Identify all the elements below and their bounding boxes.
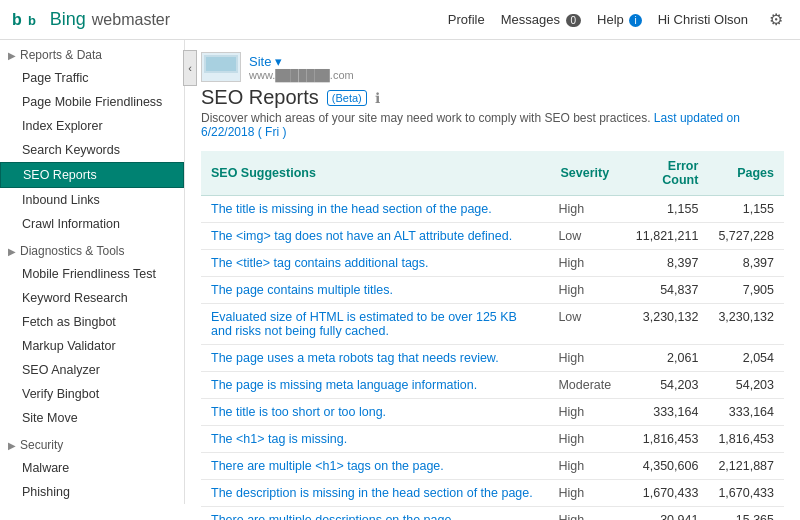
cell-suggestion[interactable]: The title is missing in the head section… bbox=[201, 196, 548, 223]
cell-error-count: 54,203 bbox=[621, 372, 708, 399]
cell-pages: 3,230,132 bbox=[708, 304, 784, 345]
sidebar-group-label: Security bbox=[20, 438, 63, 452]
sidebar-item-verify-bingbot[interactable]: Verify Bingbot bbox=[0, 382, 184, 406]
sidebar: ▶ Reports & Data Page Traffic Page Mobil… bbox=[0, 40, 185, 504]
col-severity: Severity bbox=[548, 151, 621, 196]
table-row: Evaluated size of HTML is estimated to b… bbox=[201, 304, 784, 345]
cell-suggestion[interactable]: The <title> tag contains additional tags… bbox=[201, 250, 548, 277]
cell-severity: High bbox=[548, 480, 621, 507]
sidebar-item-malware[interactable]: Malware bbox=[0, 456, 184, 480]
sidebar-item-page-traffic[interactable]: Page Traffic bbox=[0, 66, 184, 90]
sidebar-item-mobile-friendliness-test[interactable]: Mobile Friendliness Test bbox=[0, 262, 184, 286]
table-row: The title is missing in the head section… bbox=[201, 196, 784, 223]
site-name[interactable]: Site ▾ bbox=[249, 54, 354, 69]
main-content: Site ▾ www.███████.com SEO Reports (Beta… bbox=[185, 40, 800, 520]
logo: b b Bing webmaster bbox=[12, 9, 170, 30]
cell-severity: High bbox=[548, 345, 621, 372]
sidebar-item-search-keywords[interactable]: Search Keywords bbox=[0, 138, 184, 162]
cell-error-count: 1,670,433 bbox=[621, 480, 708, 507]
help-badge: i bbox=[629, 14, 641, 27]
cell-error-count: 11,821,211 bbox=[621, 223, 708, 250]
cell-suggestion[interactable]: The description is missing in the head s… bbox=[201, 480, 548, 507]
sidebar-item-inbound-links[interactable]: Inbound Links bbox=[0, 188, 184, 212]
cell-pages: 5,727,228 bbox=[708, 223, 784, 250]
table-row: The <title> tag contains additional tags… bbox=[201, 250, 784, 277]
sidebar-item-fetch-as-bingbot[interactable]: Fetch as Bingbot bbox=[0, 310, 184, 334]
cell-severity: High bbox=[548, 399, 621, 426]
table-row: The <h1> tag is missing.High1,816,4531,8… bbox=[201, 426, 784, 453]
sidebar-collapse-button[interactable]: ‹ bbox=[183, 50, 197, 86]
cell-severity: Low bbox=[548, 304, 621, 345]
sidebar-item-seo-reports[interactable]: SEO Reports bbox=[0, 162, 184, 188]
cell-severity: Low bbox=[548, 223, 621, 250]
sidebar-section-diagnostics: ▶ Diagnostics & Tools Mobile Friendlines… bbox=[0, 236, 184, 430]
sidebar-item-keyword-research[interactable]: Keyword Research bbox=[0, 286, 184, 310]
help-link[interactable]: Help i bbox=[597, 12, 642, 27]
table-row: The page is missing meta language inform… bbox=[201, 372, 784, 399]
cell-pages: 54,203 bbox=[708, 372, 784, 399]
table-header: SEO Suggestions Severity Error Count Pag… bbox=[201, 151, 784, 196]
sidebar-group-diagnostics[interactable]: ▶ Diagnostics & Tools bbox=[0, 236, 184, 262]
sidebar-item-markup-validator[interactable]: Markup Validator bbox=[0, 334, 184, 358]
cell-suggestion[interactable]: The page contains multiple titles. bbox=[201, 277, 548, 304]
cell-suggestion[interactable]: There are multiple <h1> tags on the page… bbox=[201, 453, 548, 480]
table-row: The description is missing in the head s… bbox=[201, 480, 784, 507]
messages-badge: 0 bbox=[566, 14, 582, 27]
sidebar-wrapper: ‹ ▶ Reports & Data Page Traffic Page Mob… bbox=[0, 40, 185, 520]
cell-severity: High bbox=[548, 250, 621, 277]
svg-rect-3 bbox=[206, 57, 236, 71]
info-icon[interactable]: ℹ bbox=[375, 90, 380, 106]
col-pages: Pages bbox=[708, 151, 784, 196]
sidebar-item-crawl-information[interactable]: Crawl Information bbox=[0, 212, 184, 236]
cell-error-count: 30,941 bbox=[621, 507, 708, 521]
settings-icon[interactable]: ⚙ bbox=[764, 8, 788, 32]
sidebar-item-site-move[interactable]: Site Move bbox=[0, 406, 184, 430]
cell-severity: High bbox=[548, 196, 621, 223]
cell-severity: High bbox=[548, 426, 621, 453]
cell-error-count: 333,164 bbox=[621, 399, 708, 426]
sidebar-item-phishing[interactable]: Phishing bbox=[0, 480, 184, 504]
cell-suggestion[interactable]: The title is too short or too long. bbox=[201, 399, 548, 426]
sidebar-item-index-explorer[interactable]: Index Explorer bbox=[0, 114, 184, 138]
subtitle: Discover which areas of your site may ne… bbox=[201, 111, 784, 139]
cell-suggestion[interactable]: The page uses a meta robots tag that nee… bbox=[201, 345, 548, 372]
sidebar-section-security: ▶ Security Malware Phishing bbox=[0, 430, 184, 504]
site-thumbnail bbox=[201, 52, 241, 82]
cell-suggestion[interactable]: Evaluated size of HTML is estimated to b… bbox=[201, 304, 548, 345]
svg-text:b: b bbox=[28, 13, 36, 28]
profile-link[interactable]: Profile bbox=[448, 12, 485, 27]
user-menu[interactable]: Hi Christi Olson bbox=[658, 12, 748, 27]
chevron-down-icon: ▶ bbox=[8, 440, 16, 451]
col-seo-suggestions: SEO Suggestions bbox=[201, 151, 548, 196]
cell-error-count: 1,816,453 bbox=[621, 426, 708, 453]
cell-error-count: 8,397 bbox=[621, 250, 708, 277]
cell-pages: 2,121,887 bbox=[708, 453, 784, 480]
cell-severity: High bbox=[548, 453, 621, 480]
table-row: There are multiple <h1> tags on the page… bbox=[201, 453, 784, 480]
sidebar-section-reports: ▶ Reports & Data Page Traffic Page Mobil… bbox=[0, 40, 184, 236]
seo-table: SEO Suggestions Severity Error Count Pag… bbox=[201, 151, 784, 520]
sidebar-item-seo-analyzer[interactable]: SEO Analyzer bbox=[0, 358, 184, 382]
chevron-down-icon: ▶ bbox=[8, 50, 16, 61]
subtitle-text: Discover which areas of your site may ne… bbox=[201, 111, 651, 125]
cell-suggestion[interactable]: The <img> tag does not have an ALT attri… bbox=[201, 223, 548, 250]
table-row: The page contains multiple titles.High54… bbox=[201, 277, 784, 304]
cell-suggestion[interactable]: The <h1> tag is missing. bbox=[201, 426, 548, 453]
page-title-text: SEO Reports bbox=[201, 86, 319, 109]
col-error-count: Error Count bbox=[621, 151, 708, 196]
cell-error-count: 3,230,132 bbox=[621, 304, 708, 345]
table-body: The title is missing in the head section… bbox=[201, 196, 784, 521]
app-logo-text: Bing bbox=[50, 9, 86, 30]
sidebar-group-reports-data[interactable]: ▶ Reports & Data bbox=[0, 40, 184, 66]
bing-icon: b bbox=[12, 11, 22, 29]
site-header: Site ▾ www.███████.com bbox=[201, 52, 784, 82]
messages-link[interactable]: Messages 0 bbox=[501, 12, 581, 27]
sidebar-item-page-mobile-friendliness[interactable]: Page Mobile Friendliness bbox=[0, 90, 184, 114]
cell-pages: 2,054 bbox=[708, 345, 784, 372]
cell-suggestion[interactable]: The page is missing meta language inform… bbox=[201, 372, 548, 399]
sidebar-group-security[interactable]: ▶ Security bbox=[0, 430, 184, 456]
sidebar-group-label: Reports & Data bbox=[20, 48, 102, 62]
cell-suggestion[interactable]: There are multiple descriptions on the p… bbox=[201, 507, 548, 521]
table-row: The page uses a meta robots tag that nee… bbox=[201, 345, 784, 372]
cell-pages: 15,365 bbox=[708, 507, 784, 521]
